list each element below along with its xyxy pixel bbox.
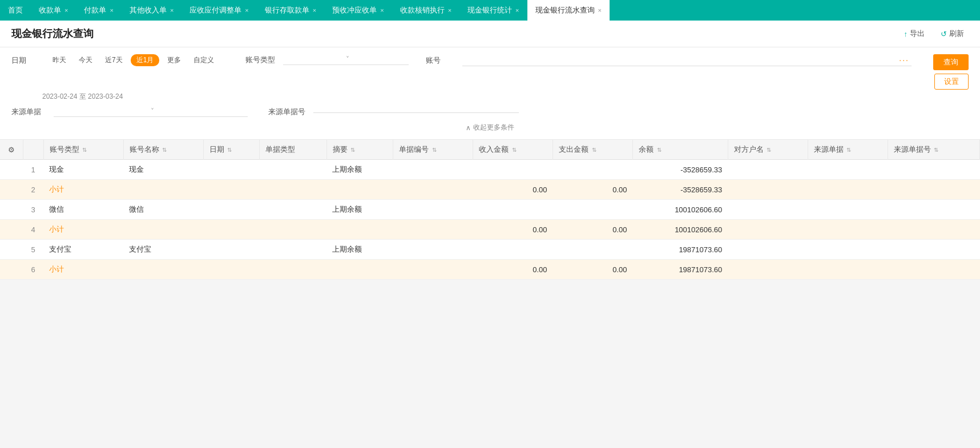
nav-tab-3[interactable]: 应收应付调整单 ×: [182, 0, 256, 21]
nav-tab-8[interactable]: 现金银行流水查询 ×: [527, 0, 610, 21]
row-source-doc: [808, 180, 888, 200]
table-gear-icon[interactable]: ⚙: [8, 146, 15, 154]
sort-counterpart-icon: ⇅: [767, 147, 771, 153]
sort-income-icon: ⇅: [512, 147, 517, 153]
close-tab-4-icon[interactable]: ×: [313, 7, 316, 14]
close-tab-6-icon[interactable]: ×: [448, 7, 451, 14]
row-source-doc: [808, 200, 888, 220]
nav-tab-2[interactable]: 其他收入单 ×: [122, 0, 182, 21]
row-doc-no: [393, 260, 473, 280]
close-tab-1-icon[interactable]: ×: [110, 7, 113, 14]
collapse-up-icon: ∧: [466, 124, 471, 132]
col-header-summary[interactable]: 摘要 ⇅: [326, 140, 393, 160]
row-balance: -3528659.33: [633, 160, 728, 180]
account-type-select[interactable]: ˅: [283, 54, 409, 65]
account-input[interactable]: ···: [462, 54, 912, 66]
row-account-type: 现金: [43, 160, 123, 180]
table-container: ⚙ 账号类型 ⇅ 账号名称 ⇅ 日期 ⇅ 单据类型: [0, 140, 980, 280]
date-custom[interactable]: 自定义: [189, 54, 219, 66]
col-header-expense[interactable]: 支出金额 ⇅: [553, 140, 633, 160]
row-expense: [553, 200, 633, 220]
table-body: 1 现金 现金 上期余额 -3528659.33 2 小计 0.00 0.00 …: [0, 160, 980, 280]
account-type-chevron-icon: ˅: [346, 55, 406, 63]
nav-home[interactable]: 首页: [0, 0, 31, 21]
row-gear: [0, 160, 23, 180]
top-nav: 首页 收款单 × 付款单 × 其他收入单 × 应收应付调整单 × 银行存取款单 …: [0, 0, 980, 21]
source-doc-label: 来源单据: [11, 107, 41, 117]
row-account-type: 小计: [43, 260, 123, 280]
col-header-account-name[interactable]: 账号名称 ⇅: [123, 140, 203, 160]
close-tab-5-icon[interactable]: ×: [380, 7, 384, 14]
close-tab-8-icon[interactable]: ×: [598, 7, 602, 14]
refresh-button[interactable]: ↺ 刷新: [936, 26, 969, 41]
col-header-doc-no[interactable]: 单据编号 ⇅: [393, 140, 473, 160]
close-tab-0-icon[interactable]: ×: [64, 7, 68, 14]
source-doc-no-input[interactable]: [313, 110, 519, 113]
row-doc-type: [259, 260, 326, 280]
nav-tab-5[interactable]: 预收冲应收单 ×: [324, 0, 392, 21]
row-account-type: 小计: [43, 180, 123, 200]
sort-summary-icon: ⇅: [350, 147, 355, 153]
col-header-source-doc[interactable]: 来源单据 ⇅: [808, 140, 888, 160]
close-tab-3-icon[interactable]: ×: [245, 7, 248, 14]
date-yesterday[interactable]: 昨天: [48, 54, 71, 66]
row-source-doc-no: [888, 220, 979, 240]
close-tab-7-icon[interactable]: ×: [515, 7, 519, 14]
row-income: 0.00: [473, 220, 552, 240]
collapse-bar[interactable]: ∧ 收起更多条件: [11, 120, 969, 135]
account-label: 账号: [426, 55, 454, 66]
date-1month[interactable]: 近1月: [131, 54, 160, 66]
row-income: [473, 240, 552, 260]
query-button[interactable]: 查询: [933, 54, 969, 70]
col-header-source-doc-no[interactable]: 来源单据号 ⇅: [888, 140, 979, 160]
sort-balance-icon: ⇅: [657, 147, 662, 153]
col-header-income[interactable]: 收入金额 ⇅: [473, 140, 552, 160]
date-today[interactable]: 今天: [74, 54, 97, 66]
nav-tab-6[interactable]: 收款核销执行 ×: [392, 0, 459, 21]
row-account-name: [123, 180, 203, 200]
row-no: 5: [23, 240, 43, 260]
row-doc-type: [259, 220, 326, 240]
row-source-doc-no: [888, 160, 979, 180]
row-gear: [0, 200, 23, 220]
nav-tab-7[interactable]: 现金银行统计 ×: [459, 0, 527, 21]
row-doc-type: [259, 240, 326, 260]
row-summary: [326, 180, 393, 200]
date-options: 昨天 今天 近7天 近1月 更多 自定义: [48, 54, 219, 66]
row-doc-no: [393, 240, 473, 260]
col-header-account-type[interactable]: 账号类型 ⇅: [43, 140, 123, 160]
source-doc-chevron-icon: ˅: [151, 107, 245, 115]
row-doc-no: [393, 180, 473, 200]
row-counterpart: [728, 200, 808, 220]
row-balance: 19871073.60: [633, 260, 728, 280]
sort-expense-icon: ⇅: [592, 147, 596, 153]
row-balance: -3528659.33: [633, 180, 728, 200]
col-header-balance[interactable]: 余额 ⇅: [633, 140, 728, 160]
date-range-display: 2023-02-24 至 2023-03-24: [42, 92, 123, 100]
source-doc-no-label: 来源单据号: [268, 107, 305, 117]
row-income: [473, 160, 552, 180]
nav-tab-4[interactable]: 银行存取款单 ×: [257, 0, 324, 21]
row-account-name: 支付宝: [123, 240, 203, 260]
row-gear: [0, 240, 23, 260]
row-summary: 上期余额: [326, 240, 393, 260]
nav-tab-1[interactable]: 付款单 ×: [76, 0, 121, 21]
nav-tab-0[interactable]: 收款单 ×: [31, 0, 76, 21]
source-doc-select[interactable]: ˅: [54, 106, 248, 117]
row-account-name: [123, 260, 203, 280]
col-header-counterpart[interactable]: 对方户名 ⇅: [728, 140, 808, 160]
col-header-gear[interactable]: ⚙: [0, 140, 23, 160]
date-7days[interactable]: 近7天: [100, 54, 127, 66]
col-header-date[interactable]: 日期 ⇅: [203, 140, 259, 160]
data-table: ⚙ 账号类型 ⇅ 账号名称 ⇅ 日期 ⇅ 单据类型: [0, 140, 980, 280]
close-tab-2-icon[interactable]: ×: [170, 7, 174, 14]
table-header-row: ⚙ 账号类型 ⇅ 账号名称 ⇅ 日期 ⇅ 单据类型: [0, 140, 980, 160]
table-row: 6 小计 0.00 0.00 19871073.60: [0, 260, 980, 280]
row-date: [203, 180, 259, 200]
date-more[interactable]: 更多: [163, 54, 185, 66]
table-row: 4 小计 0.00 0.00 100102606.60: [0, 220, 980, 240]
export-button[interactable]: ↑ 导出: [900, 26, 930, 41]
row-balance: 100102606.60: [633, 200, 728, 220]
settings-button[interactable]: 设置: [934, 74, 969, 90]
table-row: 1 现金 现金 上期余额 -3528659.33: [0, 160, 980, 180]
